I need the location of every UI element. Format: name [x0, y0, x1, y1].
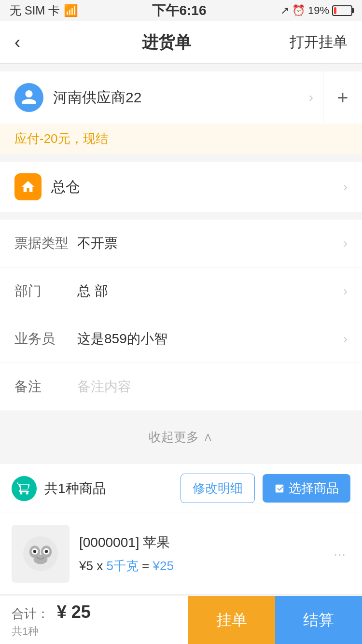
home-icon — [20, 179, 36, 195]
product-info: [0000001] 苹果 ¥5 x 5千克 = ¥25 — [79, 533, 329, 574]
collapse-bar[interactable]: 收起更多 ∧ — [0, 418, 362, 456]
department-chevron-icon: › — [343, 283, 348, 299]
total-amount: ¥ 25 — [57, 602, 91, 622]
product-item: [0000001] 苹果 ¥5 x 5千克 = ¥25 ··· — [0, 513, 362, 595]
department-label: 部门 — [14, 282, 77, 300]
product-count-label: 共1种商品 — [44, 479, 181, 498]
remark-label: 备注 — [14, 378, 77, 396]
select-product-icon — [274, 483, 285, 494]
status-bar: 无 SIM 卡 📶 下午6:16 ↗ ⏰ 19% — [0, 0, 362, 21]
product-thumb-inner — [12, 525, 70, 583]
product-image — [21, 534, 60, 573]
checkout-button[interactable]: 结算 — [275, 596, 362, 644]
salesperson-row[interactable]: 业务员 这是859的小智 › — [0, 315, 362, 363]
location-icon: ↗ — [280, 4, 289, 17]
battery-icon — [332, 5, 352, 16]
status-time: 下午6:16 — [152, 1, 206, 20]
form-section: 票据类型 不开票 › 部门 总 部 › 业务员 这是859的小智 › 备注 备注… — [0, 220, 362, 410]
product-price: ¥5 — [79, 559, 93, 573]
select-product-label: 选择商品 — [289, 480, 339, 497]
product-total: ¥25 — [153, 559, 174, 573]
person-icon — [20, 89, 38, 106]
battery-percent: 19% — [308, 4, 329, 17]
remark-placeholder: 备注内容 — [77, 378, 348, 396]
notice-text: 应付-20元，现结 — [14, 131, 108, 146]
wifi-icon: 📶 — [64, 4, 78, 17]
supplier-avatar — [14, 83, 43, 112]
product-more-button[interactable]: ··· — [329, 541, 350, 567]
add-supplier-button[interactable]: + — [323, 71, 362, 124]
supplier-chevron-icon: › — [309, 90, 313, 105]
department-row[interactable]: 部门 总 部 › — [0, 267, 362, 315]
bottom-bar: 合计： ¥ 25 共1种 挂单 结算 — [0, 596, 362, 644]
product-quantity: 5千克 — [106, 559, 138, 573]
salesperson-chevron-icon: › — [343, 331, 348, 347]
product-multiply: x — [97, 559, 106, 573]
product-count-icon — [12, 476, 37, 501]
remark-row[interactable]: 备注 备注内容 — [0, 363, 362, 410]
product-name: [0000001] 苹果 — [79, 533, 329, 552]
product-price-row: ¥5 x 5千克 = ¥25 — [79, 558, 329, 574]
salesperson-value: 这是859的小智 — [77, 330, 338, 348]
supplier-selector[interactable]: 河南供应商22 › — [0, 71, 323, 124]
nav-bar: ‹ 进货单 打开挂单 — [0, 21, 362, 64]
page-title: 进货单 — [142, 31, 191, 54]
carrier-text: 无 SIM 卡 — [10, 3, 60, 18]
product-section: 共1种商品 修改明细 选择商品 — [0, 464, 362, 595]
total-label: 合计： — [12, 606, 49, 621]
svg-point-5 — [33, 550, 36, 553]
invoice-type-row[interactable]: 票据类型 不开票 › — [0, 220, 362, 267]
supplier-section: 河南供应商22 › + — [0, 71, 362, 124]
invoice-type-label: 票据类型 — [14, 234, 77, 252]
product-thumbnail — [12, 525, 70, 583]
product-code: [0000001] — [79, 535, 143, 550]
cart-icon — [17, 481, 31, 496]
select-product-button[interactable]: 选择商品 — [263, 474, 350, 503]
invoice-type-value: 不开票 — [77, 234, 338, 252]
warehouse-chevron-icon: › — [343, 179, 348, 195]
warehouse-name: 总仓 — [51, 177, 338, 197]
svg-point-0 — [23, 536, 58, 571]
salesperson-label: 业务员 — [14, 330, 77, 348]
warehouse-section[interactable]: 总仓 › — [0, 162, 362, 212]
notice-bar: 应付-20元，现结 — [0, 124, 362, 154]
main-content: 河南供应商22 › + 应付-20元，现结 总仓 › 票据类型 不开票 › 部门… — [0, 71, 362, 644]
status-left: 无 SIM 卡 📶 — [10, 3, 78, 18]
modify-detail-button[interactable]: 修改明细 — [181, 474, 255, 503]
total-row: 合计： ¥ 25 — [12, 602, 177, 622]
alarm-icon: ⏰ — [292, 4, 305, 17]
total-section: 合计： ¥ 25 共1种 — [0, 602, 188, 639]
invoice-type-chevron-icon: › — [343, 236, 348, 251]
collapse-text[interactable]: 收起更多 ∧ — [149, 430, 213, 444]
hold-button[interactable]: 挂单 — [188, 596, 275, 644]
product-title: 苹果 — [143, 535, 170, 550]
battery-fill — [334, 7, 336, 14]
total-count: 共1种 — [12, 624, 177, 639]
product-header: 共1种商品 修改明细 选择商品 — [0, 464, 362, 513]
product-equals: = — [142, 559, 153, 573]
status-right: ↗ ⏰ 19% — [280, 4, 352, 17]
supplier-name: 河南供应商22 — [53, 88, 304, 108]
open-hold-button[interactable]: 打开挂单 — [290, 32, 348, 52]
back-button[interactable]: ‹ — [14, 32, 43, 53]
department-value: 总 部 — [77, 282, 338, 300]
warehouse-icon — [14, 173, 42, 200]
svg-point-6 — [45, 550, 48, 553]
